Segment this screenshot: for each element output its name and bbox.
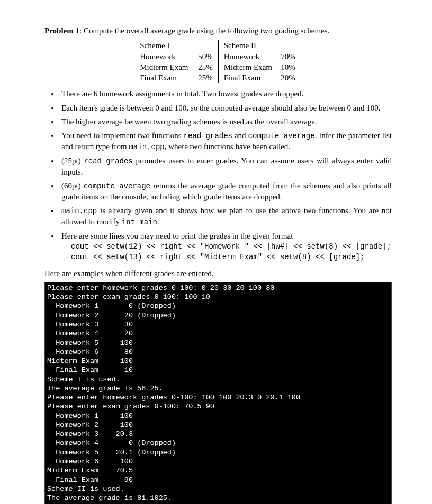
- code-line: cout << setw(13) << right << "Midterm Ex…: [71, 252, 392, 262]
- terminal-output: Please enter homework grades 0-100: 0 20…: [44, 282, 392, 504]
- list-item: You need to implement two functions read…: [59, 130, 392, 152]
- scheme1-header: Scheme I: [136, 40, 194, 51]
- grading-scheme-table: Scheme I Scheme II Homework 50% Homework…: [136, 40, 301, 83]
- list-item: There are 6 homework assignments in tota…: [59, 88, 392, 99]
- list-item: (60pt) compute_average returns the avera…: [59, 180, 392, 202]
- list-item: Each item's grade is between 0 and 100, …: [59, 103, 392, 113]
- code-inline: main.cpp: [129, 143, 164, 151]
- code-inline: int main: [122, 218, 157, 226]
- list-item: Here are some lines you may need to prin…: [59, 231, 392, 263]
- code-inline: read_grades: [84, 157, 132, 166]
- problem-rest: : Compute the overall average grade usin…: [79, 26, 329, 35]
- code-inline: compute_average: [248, 132, 315, 140]
- code-line: cout << setw(12) << right << "Homework "…: [71, 241, 392, 252]
- scheme2-header: Scheme II: [218, 40, 276, 51]
- code-inline: compute_average: [84, 182, 150, 190]
- table-row: Final Exam 25% Final Exam 20%: [136, 72, 301, 83]
- code-inline: read_grades: [184, 132, 232, 140]
- problem-label: Problem 1: [44, 26, 79, 35]
- list-item: The higher average between two grading s…: [59, 116, 392, 127]
- examples-intro: Here are examples when different grades …: [44, 268, 392, 279]
- table-row: Midterm Exam 25% Midterm Exam 10%: [136, 62, 301, 72]
- table-row: Homework 50% Homework 70%: [136, 51, 301, 62]
- requirements-list: There are 6 homework assignments in tota…: [44, 88, 392, 262]
- list-item: (25pt) read_grades promotes users to ent…: [59, 155, 392, 177]
- code-inline: main.cpp: [61, 207, 97, 215]
- list-item: main.cpp is already given and it shows h…: [59, 205, 392, 227]
- table-row: Scheme I Scheme II: [136, 40, 301, 51]
- problem-title: Problem 1: Compute the overall average g…: [44, 25, 392, 36]
